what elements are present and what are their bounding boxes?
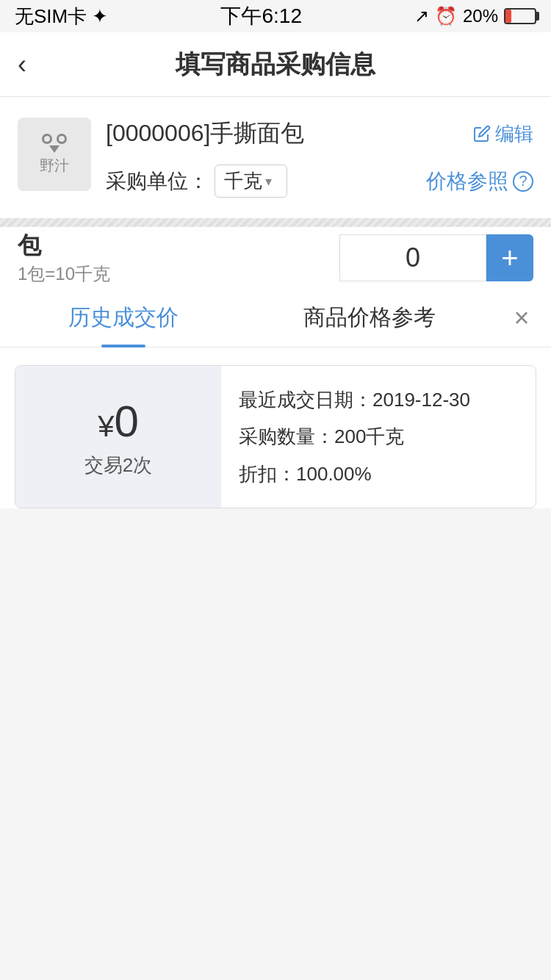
price-card: ¥0 交易2次 最近成交日期：2019-12-30 采购数量：200千克 折扣：… [15,365,536,508]
recent-date-label: 最近成交日期： [239,389,372,411]
qty-conversion: 1包=10千克 [18,262,110,286]
qty-input[interactable]: 0 [339,234,486,281]
page-background [0,526,551,967]
battery-icon [504,8,536,24]
price-ref-button[interactable]: 价格参照 ? [426,167,533,195]
purchase-qty-label: 采购数量： [239,425,334,447]
discount-label: 折扣： [239,463,296,485]
unit-label: 采购单位： 千克 ▾ [106,165,287,198]
qty-unit: 包 [18,230,110,262]
edit-button[interactable]: 编辑 [473,121,533,147]
quantity-row: 包 1包=10千克 0 + [0,227,551,289]
battery-percent: 20% [463,6,498,26]
discount-row: 折扣：100.00% [239,461,518,487]
price-amount: ¥0 [98,396,139,447]
nav-bar: ‹ 填写商品采购信息 [0,32,551,97]
product-thumbnail: 野汁 [18,118,91,191]
qty-control: 0 + [339,234,533,281]
tab-underline [101,345,145,347]
location-icon: ↗ [414,6,429,26]
discount-value: 100.00% [296,463,372,485]
recent-date-value: 2019-12-30 [372,389,470,411]
tab1-label: 历史成交价 [68,303,179,333]
currency-symbol: ¥ [98,410,114,442]
question-icon: ? [513,171,533,192]
tab-history-price[interactable]: 历史成交价 [0,289,246,347]
price-ref-label: 价格参照 [426,167,508,195]
question-mark: ? [519,173,527,190]
unit-value: 千克 [224,168,262,194]
status-time: 下午6:12 [220,2,302,30]
purchase-qty-row: 采购数量：200千克 [239,423,518,450]
carrier-text: 无SIM卡 ✦ [15,4,108,29]
product-image: 野汁 [40,134,69,176]
back-button[interactable]: ‹ [18,49,26,80]
price-value: 0 [114,397,138,446]
unit-select-arrow: ▾ [265,173,272,190]
price-left: ¥0 交易2次 [15,366,221,508]
status-bar: 无SIM卡 ✦ 下午6:12 ↗ ⏰ 20% [0,0,551,32]
tab2-label: 商品价格参考 [303,303,436,333]
page-title: 填写商品采购信息 [176,48,375,82]
qty-plus-button[interactable]: + [486,234,533,281]
qty-label-area: 包 1包=10千克 [18,230,110,286]
edit-label: 编辑 [495,121,533,147]
tabs-row: 历史成交价 商品价格参考 × [0,289,551,347]
bottom-panel: 历史成交价 商品价格参考 × ¥0 交易2次 最近成交日期：2019-12-30… [0,289,551,508]
tabs-close-button[interactable]: × [492,303,551,334]
status-right: ↗ ⏰ 20% [414,6,536,26]
stripe-divider [0,218,551,227]
price-right: 最近成交日期：2019-12-30 采购数量：200千克 折扣：100.00% [221,366,536,508]
qty-value: 0 [406,242,420,273]
product-info: [0000006]手撕面包 编辑 采购单位： 千克 ▾ 价格参照 ? [106,118,533,198]
unit-label-text: 采购单位： [106,167,209,195]
unit-select[interactable]: 千克 ▾ [215,165,287,198]
purchase-qty-value: 200千克 [334,425,404,447]
status-left: 无SIM卡 ✦ [15,4,108,29]
tab-product-price-ref[interactable]: 商品价格参考 [246,289,492,347]
alarm-icon: ⏰ [435,6,457,26]
product-top-row: [0000006]手撕面包 编辑 [106,118,533,150]
product-name: [0000006]手撕面包 [106,118,304,150]
unit-row: 采购单位： 千克 ▾ 价格参照 ? [106,165,533,198]
product-card: 野汁 [0000006]手撕面包 编辑 采购单位： 千克 ▾ [0,97,551,218]
trade-count: 交易2次 [84,453,152,478]
recent-date-row: 最近成交日期：2019-12-30 [239,386,518,413]
